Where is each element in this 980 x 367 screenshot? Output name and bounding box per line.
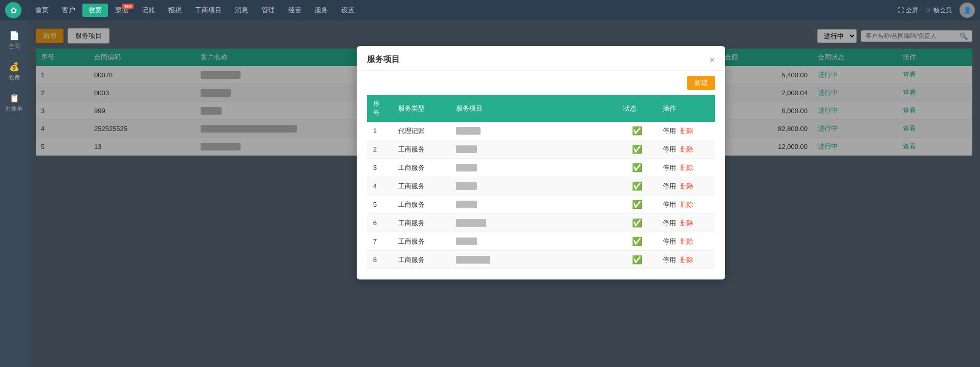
logo-icon: ✿ (10, 6, 17, 15)
sidebar-icon-收费: 💰 (9, 61, 20, 72)
sidebar-item-收费[interactable]: 💰收费 (2, 57, 27, 85)
modal-toolbar: 新建 (357, 71, 725, 95)
sidebar-label-收费: 收费 (9, 74, 20, 81)
modal-cell-seq: 7 (367, 232, 392, 251)
nav-item-收费[interactable]: 收费 (82, 4, 108, 17)
nav-item-设置[interactable]: 设置 (335, 4, 361, 17)
nav-item-票据[interactable]: 票据new (109, 4, 135, 17)
sidebar-item-合同[interactable]: 📄合同 (2, 26, 27, 54)
modal-table-row: 1代理记账████1✅停用删除 (367, 122, 715, 140)
modal-table-row: 4工商服务████✅停用删除 (367, 177, 715, 196)
delete-link[interactable]: 删除 (680, 256, 693, 264)
modal-cell-type: 工商服务 (392, 140, 450, 159)
status-check-icon: ✅ (632, 255, 642, 264)
modal-cell-item: ████ (450, 196, 617, 214)
modal-table-row: 2工商服务████✅停用删除 (367, 140, 715, 159)
modal-table-row: 6工商服务██████✅停用删除 (367, 214, 715, 232)
modal-close-button[interactable]: × (709, 55, 715, 64)
modal-title: 服务项目 (367, 54, 400, 65)
service-items-table: 序号服务类型服务项目状态操作 1代理记账████1✅停用删除2工商服务████✅… (367, 95, 715, 269)
delete-link[interactable]: 删除 (680, 127, 693, 135)
modal-cell-status: ✅ (617, 214, 657, 232)
sidebar-icon-合同: 📄 (9, 30, 20, 41)
modal-cell-type: 工商服务 (392, 196, 450, 214)
nav-item-消息[interactable]: 消息 (229, 4, 254, 17)
modal-table-body: 1代理记账████1✅停用删除2工商服务████✅停用删除3工商服务████✅停… (367, 122, 715, 269)
modal-content: 序号服务类型服务项目状态操作 1代理记账████1✅停用删除2工商服务████✅… (357, 95, 725, 279)
fullscreen-button[interactable]: ⛶ 全屏 (898, 6, 918, 15)
modal-cell-type: 代理记账 (392, 122, 450, 140)
status-check-icon: ✅ (632, 182, 642, 190)
modal-table-wrapper: 序号服务类型服务项目状态操作 1代理记账████1✅停用删除2工商服务████✅… (367, 95, 715, 269)
modal-cell-seq: 2 (367, 140, 392, 159)
sidebar-item-对账单[interactable]: 📋对账单 (2, 88, 27, 117)
stop-link[interactable]: 停用 (663, 164, 676, 171)
modal-table-row: 7工商服务████✅停用删除 (367, 232, 715, 251)
sidebar-icon-对账单: 📋 (9, 92, 20, 103)
delete-link[interactable]: 删除 (680, 219, 693, 227)
modal-cell-item: ██████ (450, 214, 617, 232)
modal-cell-seq: 4 (367, 177, 392, 196)
modal-col-header-0: 序号 (367, 95, 392, 122)
nav-item-报税[interactable]: 报税 (162, 4, 188, 17)
delete-link[interactable]: 删除 (680, 164, 693, 171)
stop-link[interactable]: 停用 (663, 127, 676, 135)
modal-header-row: 序号服务类型服务项目状态操作 (367, 95, 715, 122)
nav-item-首页[interactable]: 首页 (29, 4, 55, 17)
top-right-actions: ⛶ 全屏 ▷ 畅会员 👤 (898, 3, 975, 18)
modal-cell-type: 工商服务 (392, 251, 450, 269)
service-items-modal: 服务项目 × 新建 序号服务类型服务项目状态操作 (357, 46, 725, 279)
status-check-icon: ✅ (632, 219, 642, 227)
delete-link[interactable]: 删除 (680, 182, 693, 190)
stop-link[interactable]: 停用 (663, 256, 676, 264)
modal-cell-seq: 6 (367, 214, 392, 232)
modal-cell-actions: 停用删除 (657, 140, 715, 159)
delete-link[interactable]: 删除 (680, 238, 693, 245)
stop-link[interactable]: 停用 (663, 201, 676, 208)
status-check-icon: ✅ (632, 200, 642, 209)
modal-col-header-4: 操作 (657, 95, 715, 122)
app-logo: ✿ (5, 2, 21, 18)
modal-cell-item: ████ (450, 177, 617, 196)
modal-cell-item: ████ (450, 140, 617, 159)
modal-cell-status: ✅ (617, 177, 657, 196)
sidebar-label-对账单: 对账单 (6, 105, 23, 113)
modal-cell-status: ✅ (617, 232, 657, 251)
main-layout: 📄合同💰收费📋对账单 新增 服务项目 进行中全部已结束 🔍 序号合同编码客户名称… (0, 20, 980, 367)
status-check-icon: ✅ (632, 237, 642, 246)
modal-cell-status: ✅ (617, 251, 657, 269)
nav-item-记账[interactable]: 记账 (136, 4, 161, 17)
modal-cell-seq: 3 (367, 159, 392, 177)
modal-cell-type: 工商服务 (392, 159, 450, 177)
modal-cell-actions: 停用删除 (657, 251, 715, 269)
status-check-icon: ✅ (632, 145, 642, 154)
modal-table-row: 8工商服务████注册✅停用删除 (367, 251, 715, 269)
modal-cell-seq: 1 (367, 122, 392, 140)
member-button[interactable]: ▷ 畅会员 (926, 6, 952, 15)
modal-cell-item: ████1 (450, 122, 617, 140)
nav-item-管理[interactable]: 管理 (255, 4, 281, 17)
status-check-icon: ✅ (632, 163, 642, 172)
stop-link[interactable]: 停用 (663, 145, 676, 153)
nav-item-经营[interactable]: 经营 (282, 4, 308, 17)
modal-cell-actions: 停用删除 (657, 122, 715, 140)
stop-link[interactable]: 停用 (663, 182, 676, 190)
delete-link[interactable]: 删除 (680, 201, 693, 208)
delete-link[interactable]: 删除 (680, 145, 693, 153)
modal-new-button[interactable]: 新建 (687, 76, 715, 90)
nav-item-工商项目[interactable]: 工商项目 (189, 4, 228, 17)
modal-cell-item: ████注册 (450, 251, 617, 269)
nav-badge-new: new (122, 4, 134, 9)
modal-table-row: 5工商服务████✅停用删除 (367, 196, 715, 214)
avatar[interactable]: 👤 (960, 3, 975, 18)
modal-table-row: 3工商服务████✅停用删除 (367, 159, 715, 177)
modal-cell-status: ✅ (617, 196, 657, 214)
nav-item-客户[interactable]: 客户 (56, 4, 81, 17)
modal-cell-status: ✅ (617, 140, 657, 159)
nav-menu: 首页客户收费票据new记账报税工商项目消息管理经营服务设置 (29, 4, 361, 17)
nav-item-服务[interactable]: 服务 (309, 4, 334, 17)
modal-cell-seq: 5 (367, 196, 392, 214)
stop-link[interactable]: 停用 (663, 238, 676, 245)
stop-link[interactable]: 停用 (663, 219, 676, 227)
modal-col-header-2: 服务项目 (450, 95, 617, 122)
